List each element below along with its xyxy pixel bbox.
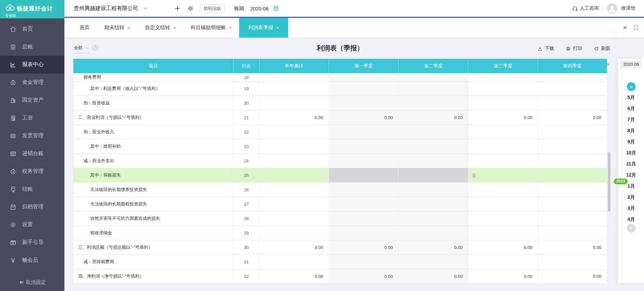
- line-number-cell[interactable]: 27: [233, 197, 260, 211]
- username[interactable]: 徐泽华: [621, 5, 635, 11]
- value-cell[interactable]: [260, 96, 329, 110]
- print-button[interactable]: 打印: [566, 46, 582, 52]
- switch-old-version-button[interactable]: 切到旧版: [200, 4, 225, 13]
- month-item-8月[interactable]: 8月: [618, 125, 644, 136]
- tab-close-icon[interactable]: ×: [276, 26, 279, 30]
- sidebar-item-ledger[interactable]: 总账: [0, 38, 64, 56]
- filter-dropdown[interactable]: 全部: [73, 45, 90, 53]
- table-row[interactable]: 加：投资收益20: [73, 96, 607, 110]
- sidebar-item-report[interactable]: 报表中心: [0, 56, 64, 74]
- table-row[interactable]: 无法收回的长期股权投资损失27: [73, 197, 607, 211]
- value-cell[interactable]: [468, 168, 538, 182]
- sidebar-item-asset[interactable]: 固定资产: [0, 91, 64, 109]
- collapse-panel-chevrons-icon[interactable]: »: [606, 61, 609, 67]
- table-row[interactable]: 减：所得税费用31: [73, 255, 607, 269]
- column-header[interactable]: 第四季度: [538, 59, 607, 73]
- month-item-11月[interactable]: 11月: [618, 158, 644, 169]
- value-cell[interactable]: [398, 82, 468, 96]
- value-cell[interactable]: 0.00: [329, 240, 399, 254]
- value-cell[interactable]: [329, 168, 399, 182]
- tab-close-icon[interactable]: ×: [127, 26, 130, 30]
- tab-科目辅助明细账[interactable]: 科目辅助明细账×: [183, 18, 239, 38]
- value-cell[interactable]: [329, 139, 399, 153]
- value-cell[interactable]: [398, 197, 468, 211]
- value-cell[interactable]: [329, 82, 399, 96]
- value-cell[interactable]: 0.00: [468, 240, 538, 254]
- month-item-7月[interactable]: 7月: [618, 114, 644, 125]
- value-cell[interactable]: [260, 125, 329, 139]
- value-cell[interactable]: [538, 211, 607, 226]
- line-number-cell[interactable]: 30: [233, 240, 260, 254]
- line-number-cell[interactable]: 32: [233, 269, 260, 283]
- sidebar-item-home[interactable]: 首页: [0, 20, 64, 38]
- tab-期末结转[interactable]: 期末结转×: [97, 18, 138, 38]
- value-cell[interactable]: [260, 183, 329, 197]
- table-row[interactable]: 三、利润总额（亏损总额以"-"号填列）300.000.000.000.000.0…: [73, 240, 607, 255]
- value-cell[interactable]: [260, 226, 329, 240]
- company-selector[interactable]: 贵州腾越建设工程有限公司: [74, 0, 148, 17]
- table-row[interactable]: 其中：坏账损失25: [73, 168, 607, 183]
- refresh-button[interactable]: 刷新: [594, 46, 610, 52]
- avatar[interactable]: [607, 3, 617, 13]
- add-button[interactable]: [174, 5, 181, 12]
- line-number-cell[interactable]: 24: [233, 154, 260, 168]
- value-cell[interactable]: [538, 197, 607, 211]
- table-row[interactable]: 四、净利润（净亏损以"-"号填列）320.000.000.000.000.00: [73, 269, 607, 284]
- month-item-4月[interactable]: 4月: [618, 214, 644, 225]
- row-label-cell[interactable]: 三、利润总额（亏损总额以"-"号填列）: [73, 240, 233, 254]
- table-row[interactable]: 无法收回的长期债券投资损失26: [73, 183, 607, 197]
- value-cell[interactable]: 0.00: [538, 240, 607, 254]
- download-button[interactable]: 下载: [537, 46, 554, 52]
- value-cell[interactable]: 0.00: [329, 110, 399, 125]
- table-row[interactable]: 税收滞纳金29: [73, 226, 607, 240]
- sidebar-item-guide[interactable]: 新手引导: [0, 234, 64, 251]
- value-cell[interactable]: [538, 139, 607, 153]
- column-header[interactable]: 第三季度: [468, 59, 538, 73]
- month-item-5月[interactable]: 5月: [618, 92, 644, 103]
- value-cell[interactable]: 0.00: [538, 269, 607, 283]
- value-cell[interactable]: 0.00: [398, 110, 468, 125]
- row-label-cell[interactable]: 加：营业外收入: [73, 125, 233, 139]
- table-row[interactable]: 二、营业利润（亏损以"-"号填列）210.000.000.000.000.00: [73, 110, 607, 125]
- row-label-cell[interactable]: 其中：政府补助: [73, 139, 233, 153]
- value-cell[interactable]: [468, 211, 538, 226]
- value-cell[interactable]: 0.00: [260, 240, 329, 254]
- row-label-cell[interactable]: 税收滞纳金: [73, 226, 233, 240]
- line-number-cell[interactable]: 20: [233, 96, 260, 110]
- close-icon[interactable]: [622, 25, 628, 31]
- calendar-icon[interactable]: [273, 5, 279, 12]
- value-cell[interactable]: [329, 96, 399, 110]
- month-item-3月[interactable]: 3月: [618, 203, 644, 214]
- value-cell[interactable]: [329, 154, 399, 168]
- tab-利润表季报[interactable]: 利润表季报×: [239, 18, 288, 38]
- tab-close-icon[interactable]: ×: [229, 26, 231, 30]
- column-header[interactable]: 第二季度: [398, 59, 468, 73]
- value-cell[interactable]: [398, 168, 468, 182]
- value-cell[interactable]: [538, 125, 607, 139]
- tab-close-icon[interactable]: ×: [173, 26, 176, 30]
- month-item-10月[interactable]: 10月: [618, 147, 644, 158]
- value-cell[interactable]: [398, 73, 468, 81]
- scroll-months-up-button[interactable]: [627, 82, 636, 91]
- value-cell[interactable]: [468, 226, 538, 240]
- value-cell[interactable]: [538, 96, 607, 110]
- value-cell[interactable]: [538, 168, 607, 182]
- value-cell[interactable]: [538, 255, 607, 269]
- tab-自定义结转[interactable]: 自定义结转×: [138, 18, 183, 38]
- row-label-cell[interactable]: 二、营业利润（亏损以"-"号填列）: [73, 110, 233, 125]
- scroll-months-down-button[interactable]: [627, 224, 636, 233]
- current-period-box[interactable]: 2020.06: [620, 60, 642, 68]
- sidebar-item-archive[interactable]: 归档管理: [0, 198, 64, 216]
- value-cell[interactable]: 0.00: [398, 240, 468, 254]
- sidebar-item-fund[interactable]: 资金管理: [0, 74, 64, 91]
- line-number-cell[interactable]: 22: [233, 125, 260, 139]
- row-label-cell[interactable]: 财务费用: [73, 73, 233, 81]
- unpin-sidebar-button[interactable]: 取消固定: [0, 276, 64, 288]
- month-item-2月[interactable]: 2月: [618, 192, 644, 203]
- line-number-cell[interactable]: 31: [233, 255, 260, 269]
- line-number-cell[interactable]: 23: [233, 139, 260, 153]
- value-cell[interactable]: [260, 255, 329, 269]
- value-cell[interactable]: [329, 211, 399, 226]
- sidebar-item-gear[interactable]: 设置: [0, 216, 64, 234]
- row-label-cell[interactable]: 其中：坏账损失: [73, 168, 233, 182]
